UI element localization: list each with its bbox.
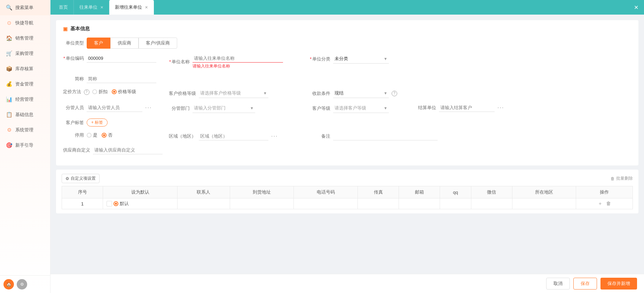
batch-delete-button[interactable]: 🗑 批量删除 <box>611 176 633 181</box>
sidebar-item-label: 搜索菜单 <box>15 5 33 11</box>
tag-field: 客户标签 + 标签 <box>63 119 160 127</box>
cell-action: ＋ 🗑 <box>576 198 633 209</box>
footer-bar: 取消 保存 保存并新增 <box>50 274 644 293</box>
radio-yes[interactable]: 是 <box>87 132 97 138</box>
operation-icon: 📊 <box>6 96 13 103</box>
customer-level-select[interactable]: 请选择客户等级 ▼ <box>333 104 389 113</box>
batch-delete-label: 批量删除 <box>616 176 633 181</box>
region-input[interactable] <box>199 132 268 140</box>
radio-price-level-label: 价格等级 <box>118 89 136 95</box>
customer-price-select[interactable]: 请选择客户价格等级 ▼ <box>199 89 268 98</box>
cell-email <box>399 198 440 209</box>
supplier-custom-input[interactable] <box>93 146 163 154</box>
sidebar-item-purchase[interactable]: 🛒 采购管理 <box>0 46 50 61</box>
unit-category-select[interactable]: 未分类 ▼ <box>333 54 389 64</box>
manager-more[interactable]: ··· <box>145 105 152 111</box>
row-add-button[interactable]: ＋ <box>597 201 604 206</box>
sidebar: 🔍 搜索菜单 ⊙ 快捷导航 🏠 销售管理 🛒 采购管理 📦 库存核算 💰 资金管… <box>0 0 50 293</box>
tab-partners-close[interactable]: ✕ <box>100 5 103 10</box>
tabs-close-all[interactable]: ✕ <box>631 4 641 11</box>
col-wechat: 微信 <box>471 186 512 198</box>
tab-partners[interactable]: 往来单位 ✕ <box>74 0 109 15</box>
payment-condition-select[interactable]: 现结 ▼ <box>333 89 389 98</box>
dept-select[interactable]: 请输入分管部门 ▼ <box>193 104 255 113</box>
tag-label: 客户标签 <box>63 120 84 126</box>
tab-home-label: 首页 <box>59 4 68 10</box>
shortname-label: 简称 <box>63 76 84 82</box>
unit-type-customer[interactable]: 客户 <box>87 38 110 49</box>
region-label: 区域（地区） <box>169 133 196 139</box>
category-chevron: ▼ <box>384 57 387 61</box>
sidebar-item-guide[interactable]: 🎯 新手引导 <box>0 138 50 153</box>
cell-wechat <box>471 198 512 209</box>
unit-type-supplier[interactable]: 供应商 <box>110 38 139 49</box>
basic-info-section: ▣ 基本信息 单位类型 客户 供应商 客户/供应商 *单位编 <box>56 20 638 165</box>
payment-condition-value: 现结 <box>335 90 344 96</box>
default-radio[interactable]: 默认 <box>113 201 129 207</box>
unit-type-field: 单位类型 客户 供应商 客户/供应商 <box>63 38 177 49</box>
default-radio-dot <box>113 201 118 206</box>
manager-input[interactable] <box>87 104 142 112</box>
sidebar-item-sales[interactable]: 🏠 销售管理 <box>0 31 50 46</box>
cell-fax <box>358 198 399 209</box>
supplier-custom-label: 供应商自定义 <box>63 147 90 153</box>
pricing-help-icon[interactable]: ? <box>84 89 89 95</box>
save-button[interactable]: 保存 <box>573 278 597 290</box>
sidebar-item-basic[interactable]: 📋 基础信息 <box>0 107 50 122</box>
tab-home[interactable]: 首页 <box>53 0 74 15</box>
sidebar-item-label: 采购管理 <box>15 50 33 57</box>
table-row: 1 默认 <box>62 198 633 209</box>
tab-new-partner[interactable]: 新增往来单位 ✕ <box>109 0 154 15</box>
tag-add-button[interactable]: + 标签 <box>87 119 108 127</box>
payment-chevron: ▼ <box>384 91 387 95</box>
main-content: 首页 往来单位 ✕ 新增往来单位 ✕ ✕ ▣ 基本信息 单位类型 客户 <box>50 0 644 293</box>
unit-name-input[interactable] <box>193 54 283 63</box>
radio-discount[interactable]: 折扣 <box>92 89 108 95</box>
basic-icon: 📋 <box>6 111 13 118</box>
sidebar-item-system[interactable]: ⚙ 系统管理 <box>0 122 50 138</box>
shortname-input[interactable] <box>87 75 156 83</box>
settlement-field: 结算单位 ··· <box>415 104 513 112</box>
remarks-input[interactable] <box>333 132 438 140</box>
sidebar-item-operation[interactable]: 📊 经营管理 <box>0 92 50 107</box>
sidebar-item-quicknav[interactable]: ⊙ 快捷导航 <box>0 15 50 31</box>
remarks-label: 备注 <box>309 133 330 139</box>
section-title-text: 基本信息 <box>70 26 90 32</box>
payment-help-icon[interactable]: ? <box>392 91 397 96</box>
customize-settings-button[interactable]: ⚙ 自定义项设置 <box>62 174 100 183</box>
radio-discount-label: 折扣 <box>99 89 108 95</box>
payment-condition-label: 收款条件 <box>309 90 330 97</box>
sidebar-item-finance[interactable]: 💰 资金管理 <box>0 76 50 92</box>
user-avatar: 🏠 <box>3 279 14 290</box>
unit-info-row: *单位编码 *单位名称 请输入往来单位名称 *单位分类 <box>63 54 631 69</box>
tag-row: 客户标签 + 标签 <box>63 119 631 127</box>
section-title: ▣ 基本信息 <box>63 26 631 32</box>
inventory-icon: 📦 <box>6 65 13 72</box>
row-checkbox[interactable] <box>107 201 112 206</box>
row-delete-button[interactable]: 🗑 <box>605 201 612 206</box>
col-email: 邮箱 <box>399 186 440 198</box>
settings-gear-icon: ⚙ <box>65 176 69 181</box>
settlement-input[interactable] <box>439 104 495 112</box>
radio-no[interactable]: 否 <box>102 132 112 138</box>
settlement-more[interactable]: ··· <box>497 105 504 111</box>
cancel-button[interactable]: 取消 <box>546 278 570 290</box>
pricing-radio-group: 折扣 价格等级 <box>92 89 136 95</box>
customer-level-field: 客户等级 请选择客户等级 ▼ <box>309 104 407 113</box>
sidebar-item-inventory[interactable]: 📦 库存核算 <box>0 61 50 76</box>
dept-placeholder: 请输入分管部门 <box>194 105 226 111</box>
region-more[interactable]: ··· <box>271 133 278 139</box>
col-phone: 电话号码 <box>294 186 358 198</box>
tab-new-partner-close[interactable]: ✕ <box>145 5 148 10</box>
sidebar-item-search[interactable]: 🔍 搜索菜单 <box>0 0 50 15</box>
disabled-row: 停用 是 否 区域（地区） ··· <box>63 132 631 140</box>
unit-name-error: 请输入往来单位名称 <box>193 63 283 69</box>
sidebar-item-label: 库存核算 <box>15 66 33 72</box>
unit-type-both[interactable]: 客户/供应商 <box>139 38 177 49</box>
disabled-radio-group: 是 否 <box>87 132 112 138</box>
unit-code-input[interactable] <box>87 54 156 63</box>
sidebar-item-label: 经营管理 <box>15 96 33 103</box>
cell-address <box>230 198 294 209</box>
radio-price-level[interactable]: 价格等级 <box>112 89 136 95</box>
save-new-button[interactable]: 保存并新增 <box>600 278 637 290</box>
